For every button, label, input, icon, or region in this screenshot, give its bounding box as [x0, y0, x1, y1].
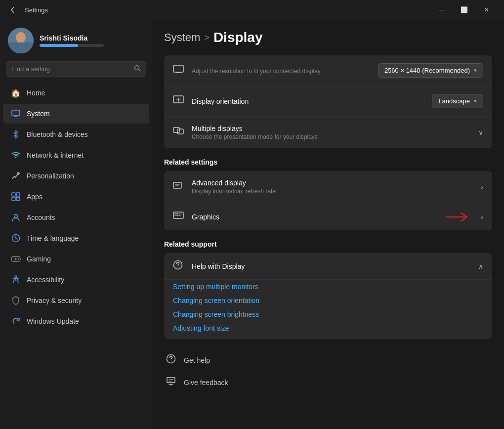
get-help-label: Get help [184, 356, 210, 364]
personalization-icon [11, 171, 21, 181]
bluetooth-icon [11, 129, 21, 139]
sidebar-label-privacy: Privacy & security [27, 297, 82, 304]
svg-point-9 [15, 157, 16, 158]
search-box[interactable] [6, 61, 146, 77]
svg-rect-30 [173, 182, 181, 188]
resolution-row[interactable]: Adjust the resolution to fit your connec… [164, 55, 492, 86]
minimize-button[interactable]: ─ [430, 2, 453, 18]
sidebar-label-gaming: Gaming [27, 255, 51, 263]
multiple-displays-row[interactable]: Multiple displays Choose the presentatio… [164, 117, 492, 148]
breadcrumb: System > Display [164, 30, 492, 45]
apps-icon [11, 192, 21, 202]
svg-point-21 [18, 259, 19, 260]
resolution-desc: Adjust the resolution to fit your connec… [192, 68, 371, 75]
sidebar-item-update[interactable]: Windows Update [3, 311, 149, 331]
red-arrow-annotation [444, 210, 473, 224]
maximize-button[interactable]: ⬜ [453, 2, 475, 18]
search-input[interactable] [11, 65, 130, 73]
titlebar: Settings ─ ⬜ ✕ [0, 0, 504, 20]
advanced-display-arrow-icon: › [481, 183, 483, 191]
graphics-text: Graphics [192, 213, 444, 221]
sidebar-item-home[interactable]: 🏠 Home [3, 83, 149, 103]
support-card: Help with Display ∧ Setting up multiple … [164, 253, 492, 339]
help-display-text: Help with Display [192, 262, 471, 270]
time-icon [11, 233, 21, 243]
orientation-icon [173, 95, 185, 107]
graphics-title: Graphics [192, 213, 444, 221]
related-settings-header: Related settings [164, 158, 492, 166]
sidebar-item-system[interactable]: System [3, 104, 149, 124]
close-button[interactable]: ✕ [475, 2, 498, 18]
multiple-displays-desc: Choose the presentation mode for your di… [192, 133, 471, 140]
avatar[interactable] [8, 28, 34, 53]
orientation-control[interactable]: Landscape ▾ [432, 94, 483, 108]
help-display-expand-icon[interactable]: ∧ [478, 262, 483, 270]
svg-rect-12 [16, 193, 20, 196]
profile-section: Srishti Sisodia [0, 20, 152, 59]
multiple-displays-control[interactable]: ∨ [478, 129, 483, 136]
sidebar-label-accounts: Accounts [27, 214, 55, 221]
orientation-title: Display orientation [192, 97, 425, 105]
breadcrumb-separator: > [204, 33, 210, 43]
window-controls: ─ ⬜ ✕ [430, 2, 498, 18]
sidebar-item-network[interactable]: Network & internet [3, 145, 149, 165]
sidebar-item-apps[interactable]: Apps [3, 187, 149, 207]
main-container: Srishti Sisodia 🏠 Home [0, 20, 504, 429]
profile-progress-bar [40, 44, 104, 47]
orientation-text: Display orientation [192, 97, 425, 105]
resolution-control[interactable]: 2560 × 1440 (Recommended) ▾ [378, 63, 483, 78]
sidebar-label-personalization: Personalization [27, 172, 74, 180]
sidebar-item-accessibility[interactable]: Accessibility [3, 270, 149, 290]
graphics-control[interactable]: › [451, 213, 483, 221]
sidebar-item-personalization[interactable]: Personalization [3, 166, 149, 186]
accounts-icon [11, 213, 21, 222]
advanced-display-title: Advanced display [192, 179, 474, 187]
sidebar-label-accessibility: Accessibility [27, 276, 64, 284]
sidebar-item-bluetooth[interactable]: Bluetooth & devices [3, 125, 149, 144]
back-button[interactable] [6, 3, 20, 17]
get-help-item[interactable]: Get help [164, 349, 492, 371]
orientation-dropdown[interactable]: Landscape ▾ [432, 94, 483, 108]
graphics-arrow-icon: › [481, 213, 483, 221]
support-link-monitors[interactable]: Setting up multiple monitors [164, 280, 492, 294]
help-display-control[interactable]: ∧ [478, 262, 483, 270]
orientation-chevron-icon: ▾ [474, 98, 477, 104]
resolution-dropdown[interactable]: 2560 × 1440 (Recommended) ▾ [378, 63, 483, 78]
advanced-display-control[interactable]: › [481, 183, 483, 191]
advanced-display-row[interactable]: Advanced display Display information, re… [164, 171, 492, 203]
update-icon [11, 316, 21, 326]
sidebar-item-privacy[interactable]: Privacy & security [3, 291, 149, 310]
app-title: Settings [25, 6, 48, 14]
svg-point-40 [170, 361, 171, 362]
svg-point-20 [18, 258, 19, 259]
sidebar-item-time[interactable]: Time & language [3, 228, 149, 248]
sidebar-item-gaming[interactable]: Gaming [3, 249, 149, 269]
give-feedback-icon [166, 376, 178, 388]
help-with-display-row[interactable]: Help with Display ∧ [164, 253, 492, 280]
support-link-font[interactable]: Adjusting font size [164, 321, 492, 335]
support-link-brightness[interactable]: Changing screen brightness [164, 307, 492, 321]
svg-line-5 [139, 70, 141, 72]
sidebar-label-network: Network & internet [27, 151, 84, 159]
accessibility-icon [11, 275, 21, 285]
svg-rect-6 [12, 110, 20, 116]
breadcrumb-current: Display [213, 30, 263, 45]
give-feedback-item[interactable]: Give feedback [164, 371, 492, 393]
orientation-row[interactable]: Display orientation Landscape ▾ [164, 86, 492, 117]
avatar-image [8, 28, 34, 53]
sidebar-item-accounts[interactable]: Accounts [3, 208, 149, 227]
bottom-links: Get help Give feedback [164, 349, 492, 393]
sidebar-label-home: Home [27, 89, 45, 97]
search-container [0, 59, 152, 83]
support-link-orientation[interactable]: Changing screen orientation [164, 294, 492, 307]
breadcrumb-parent: System [164, 31, 200, 44]
get-help-icon [166, 354, 178, 366]
graphics-row[interactable]: Graphics › [164, 203, 492, 230]
svg-point-22 [15, 276, 17, 278]
profile-info: Srishti Sisodia [40, 34, 104, 47]
sidebar-label-system: System [27, 110, 50, 118]
svg-rect-24 [173, 65, 183, 72]
give-feedback-label: Give feedback [184, 379, 228, 386]
multiple-displays-expand-icon[interactable]: ∨ [478, 129, 483, 136]
related-support-header: Related support [164, 240, 492, 248]
